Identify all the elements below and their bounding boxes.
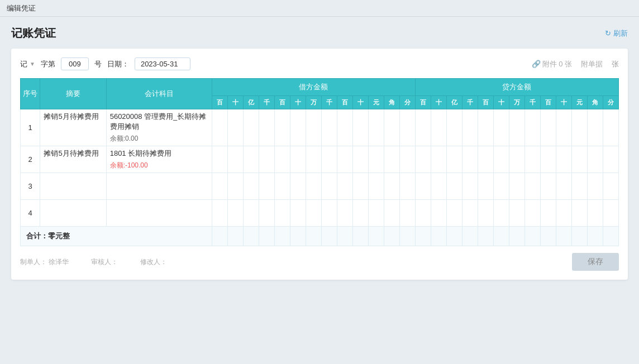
row3-d10[interactable] (352, 173, 368, 200)
row4-d11[interactable] (368, 200, 384, 227)
row2-c1[interactable] (415, 146, 431, 173)
row2-d8[interactable] (321, 146, 337, 173)
row2-d7[interactable] (306, 146, 321, 173)
row3-c9[interactable] (540, 173, 556, 200)
row1-d9[interactable] (337, 109, 352, 146)
row4-c10[interactable] (556, 200, 571, 227)
date-field[interactable]: 2023-05-31 (135, 58, 190, 70)
attachment-single-label[interactable]: 附单据 (581, 59, 603, 69)
row2-c11[interactable] (571, 146, 587, 173)
row2-c5[interactable] (478, 146, 493, 173)
row1-c8[interactable] (524, 109, 540, 146)
row1-d11[interactable] (368, 109, 384, 146)
row4-d13[interactable] (399, 200, 415, 227)
voucher-number-field[interactable]: 009 (61, 58, 89, 70)
voucher-type-select[interactable]: 记 ▼ (20, 59, 35, 69)
row3-d1[interactable] (212, 173, 227, 200)
row4-d6[interactable] (290, 200, 306, 227)
row3-d2[interactable] (227, 173, 243, 200)
row2-account[interactable]: 1801 长期待摊费用 余额:-100.00 (106, 146, 212, 173)
row3-c2[interactable] (431, 173, 446, 200)
row1-c13[interactable] (603, 109, 618, 146)
row3-c13[interactable] (603, 173, 618, 200)
row4-c5[interactable] (478, 200, 493, 227)
row2-d12[interactable] (384, 146, 399, 173)
row4-c1[interactable] (415, 200, 431, 227)
row4-d1[interactable] (212, 200, 227, 227)
row3-c8[interactable] (524, 173, 540, 200)
row2-summary[interactable]: 摊销5月待摊费用 (40, 146, 106, 173)
row2-d11[interactable] (368, 146, 384, 173)
row4-c6[interactable] (493, 200, 509, 227)
row1-d2[interactable] (227, 109, 243, 146)
row1-c5[interactable] (478, 109, 493, 146)
row1-d7[interactable] (306, 109, 321, 146)
row2-d1[interactable] (212, 146, 227, 173)
row3-c5[interactable] (478, 173, 493, 200)
row2-d2[interactable] (227, 146, 243, 173)
row4-account[interactable] (106, 200, 212, 227)
row2-d9[interactable] (337, 146, 352, 173)
row3-d3[interactable] (243, 173, 259, 200)
row4-c4[interactable] (462, 200, 478, 227)
row4-d8[interactable] (321, 200, 337, 227)
row2-c10[interactable] (556, 146, 571, 173)
row1-d8[interactable] (321, 109, 337, 146)
row3-c11[interactable] (571, 173, 587, 200)
row1-d1[interactable] (212, 109, 227, 146)
row3-c10[interactable] (556, 173, 571, 200)
row1-c9[interactable] (540, 109, 556, 146)
row2-c13[interactable] (603, 146, 618, 173)
row1-c7[interactable] (509, 109, 524, 146)
row4-c8[interactable] (524, 200, 540, 227)
row1-d12[interactable] (384, 109, 399, 146)
row3-c1[interactable] (415, 173, 431, 200)
row4-c12[interactable] (587, 200, 603, 227)
row2-d5[interactable] (274, 146, 290, 173)
row3-d6[interactable] (290, 173, 306, 200)
row1-c12[interactable] (587, 109, 603, 146)
refresh-button[interactable]: ↻ 刷新 (605, 28, 628, 39)
row1-c4[interactable] (462, 109, 478, 146)
row3-d11[interactable] (368, 173, 384, 200)
row1-d13[interactable] (399, 109, 415, 146)
row1-d3[interactable] (243, 109, 259, 146)
row4-c9[interactable] (540, 200, 556, 227)
row2-d6[interactable] (290, 146, 306, 173)
row4-d12[interactable] (384, 200, 399, 227)
row3-d13[interactable] (399, 173, 415, 200)
row3-c4[interactable] (462, 173, 478, 200)
row2-c7[interactable] (509, 146, 524, 173)
attachment-link[interactable]: 🔗 附件 0 张 (532, 59, 572, 69)
row3-d4[interactable] (259, 173, 274, 200)
row4-d7[interactable] (306, 200, 321, 227)
row1-c6[interactable] (493, 109, 509, 146)
row4-d9[interactable] (337, 200, 352, 227)
row3-d9[interactable] (337, 173, 352, 200)
row2-c4[interactable] (462, 146, 478, 173)
row3-c6[interactable] (493, 173, 509, 200)
row3-c12[interactable] (587, 173, 603, 200)
row1-c2[interactable] (431, 109, 446, 146)
row3-c7[interactable] (509, 173, 524, 200)
row4-d10[interactable] (352, 200, 368, 227)
row1-account[interactable]: 56020008 管理费用_长期待摊费用摊销 余额:0.00 (106, 109, 212, 146)
row4-d4[interactable] (259, 200, 274, 227)
row2-c9[interactable] (540, 146, 556, 173)
row2-d13[interactable] (399, 146, 415, 173)
row3-d8[interactable] (321, 173, 337, 200)
row4-c2[interactable] (431, 200, 446, 227)
row4-d3[interactable] (243, 200, 259, 227)
save-button[interactable]: 保存 (572, 253, 619, 271)
row4-d5[interactable] (274, 200, 290, 227)
row3-account[interactable] (106, 173, 212, 200)
row2-c8[interactable] (524, 146, 540, 173)
row2-c12[interactable] (587, 146, 603, 173)
row4-c13[interactable] (603, 200, 618, 227)
row4-c7[interactable] (509, 200, 524, 227)
row2-d10[interactable] (352, 146, 368, 173)
row3-d12[interactable] (384, 173, 399, 200)
row1-d10[interactable] (352, 109, 368, 146)
row3-c3[interactable] (446, 173, 462, 200)
row4-c11[interactable] (571, 200, 587, 227)
